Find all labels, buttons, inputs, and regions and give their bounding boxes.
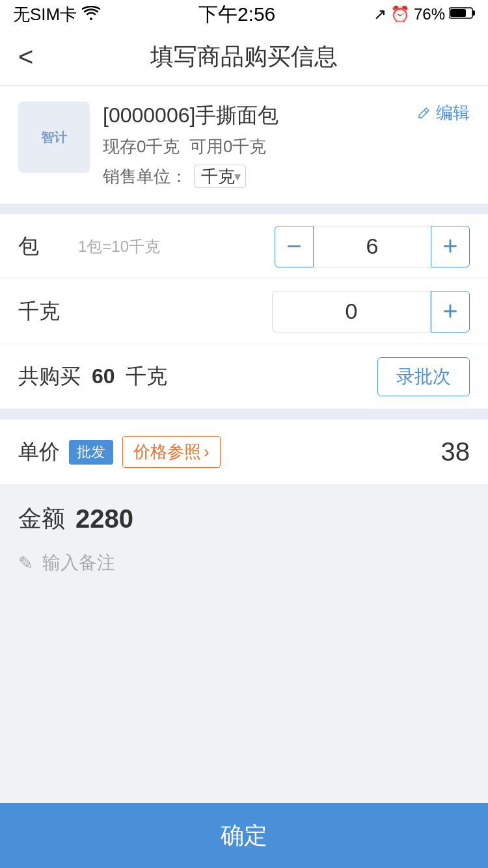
unit-select[interactable]: 千克 — [194, 165, 246, 188]
product-stock: 现存0千克 可用0千克 — [103, 135, 470, 158]
price-value: 38 — [441, 437, 470, 467]
remark-placeholder: 输入备注 — [42, 550, 115, 575]
bao-qty-input[interactable] — [314, 226, 431, 267]
carrier-label: 无SIM卡 — [13, 3, 77, 26]
back-button[interactable]: < — [18, 42, 33, 72]
price-label: 单价 — [18, 438, 60, 467]
kg-label: 千克 — [18, 297, 70, 326]
svg-line-3 — [424, 110, 427, 113]
price-ref-arrow: › — [204, 442, 210, 462]
unit-select-wrap[interactable]: 千克 — [194, 165, 246, 188]
svg-rect-2 — [450, 9, 466, 17]
status-time: 下午2:56 — [198, 1, 275, 28]
kg-row: 千克 + — [0, 279, 488, 344]
bao-hint: 1包=10千克 — [78, 236, 275, 257]
divider-2 — [0, 409, 488, 420]
bao-label: 包 — [18, 232, 70, 261]
battery-label: 76% — [414, 5, 445, 23]
price-tag: 批发 — [69, 440, 113, 465]
edit-label: 编辑 — [436, 102, 470, 124]
status-right: ↗ ⏰ 76% — [373, 5, 475, 23]
amount-section: 金额 2280 ✎ 输入备注 — [0, 485, 488, 593]
remark-icon: ✎ — [18, 552, 33, 574]
price-section: 单价 批发 价格参照 › 38 — [0, 420, 488, 485]
battery-icon — [449, 5, 475, 23]
kg-qty-input[interactable] — [272, 291, 431, 332]
input-section: 包 1包=10千克 − + 千克 + — [0, 214, 488, 344]
total-qty: 60 — [92, 364, 115, 388]
wifi-icon — [82, 5, 100, 25]
price-ref-label: 价格参照 — [133, 441, 201, 463]
bao-plus-button[interactable]: + — [431, 226, 470, 267]
location-icon: ↗ — [373, 5, 386, 23]
confirm-label: 确定 — [221, 820, 267, 852]
bao-minus-button[interactable]: − — [275, 226, 314, 267]
product-name: [0000006]手撕面包 — [103, 102, 278, 130]
bao-qty-control: − + — [275, 226, 470, 267]
product-unit-row: 销售单位： 千克 — [103, 165, 470, 188]
nav-bar: < 填写商品购买信息 — [0, 29, 488, 86]
svg-rect-1 — [472, 10, 475, 16]
total-text: 共购买 60 千克 — [18, 362, 377, 391]
bao-row: 包 1包=10千克 − + — [0, 214, 488, 279]
edit-button[interactable]: 编辑 — [416, 102, 470, 124]
amount-row: 金额 2280 — [18, 503, 470, 535]
product-info: [0000006]手撕面包 编辑 现存0千克 可用0千克 销售单位： 千克 — [103, 102, 470, 188]
price-ref-button[interactable]: 价格参照 › — [122, 436, 221, 468]
amount-label: 金额 — [18, 503, 65, 535]
total-row: 共购买 60 千克 录批次 — [0, 344, 488, 409]
divider-1 — [0, 204, 488, 214]
batch-button[interactable]: 录批次 — [377, 357, 470, 396]
status-bar: 无SIM卡 下午2:56 ↗ ⏰ 76% — [0, 0, 488, 29]
status-left: 无SIM卡 — [13, 3, 100, 26]
kg-qty-control: + — [272, 291, 470, 332]
page-title: 填写商品购买信息 — [150, 41, 338, 73]
alarm-icon: ⏰ — [390, 5, 410, 23]
product-card: 智计 [0000006]手撕面包 编辑 现存0千克 可用0千克 销售单位： — [0, 86, 488, 204]
remark-row[interactable]: ✎ 输入备注 — [18, 550, 470, 593]
kg-plus-button[interactable]: + — [431, 291, 470, 332]
amount-value: 2280 — [75, 504, 133, 534]
confirm-button[interactable]: 确定 — [0, 803, 488, 868]
product-thumbnail: 智计 — [18, 102, 90, 173]
